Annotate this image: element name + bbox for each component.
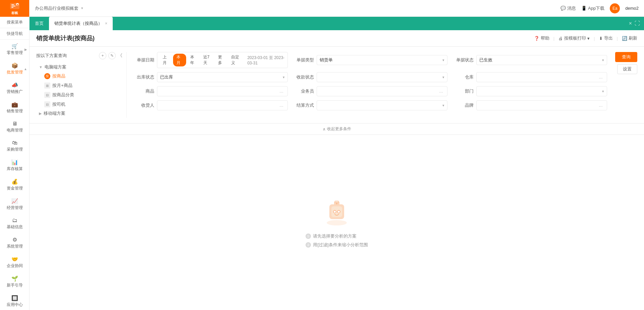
- sidebar-item-operation[interactable]: 📈 经营管理: [0, 195, 29, 214]
- tabbar-actions: × ⛶: [629, 20, 644, 27]
- sidebar-item-wholesale[interactable]: 📦 批发管理 ▲: [0, 59, 29, 79]
- tab-close-btn[interactable]: ×: [105, 21, 107, 26]
- doc-status-arrow: ▾: [602, 58, 604, 62]
- recipient-more[interactable]: …: [278, 103, 285, 108]
- set-btn[interactable]: 设置: [617, 64, 637, 74]
- scheme-by-category[interactable]: ⊟ 按商品分类: [42, 90, 122, 100]
- sidebar-quicknav-btn[interactable]: 快捷导航: [0, 28, 29, 40]
- filter-fields-panel: 单据日期 上月 本月 本年 近7天 更多 自定义: [127, 52, 637, 118]
- warehouse-more[interactable]: …: [597, 75, 604, 80]
- out-status-label: 出库状态: [133, 74, 157, 80]
- user-name[interactable]: demo2: [625, 6, 639, 11]
- workspace-dropdown[interactable]: ▾: [81, 6, 83, 10]
- sidebar-item-enterprise[interactable]: 🤝 企业协同: [0, 253, 29, 272]
- dept-dropdown[interactable]: ▾: [479, 89, 604, 94]
- sidebar-search-btn[interactable]: 搜索菜单: [0, 17, 29, 28]
- export-btn[interactable]: ⬇ 导出: [599, 35, 613, 41]
- add-scheme-btn[interactable]: +: [99, 52, 106, 59]
- collapse-filter-btn[interactable]: ∧ 收起更多条件: [30, 123, 644, 135]
- warehouse-value[interactable]: …: [476, 72, 607, 82]
- settlement-dropdown[interactable]: ▾: [320, 103, 444, 108]
- svg-point-6: [327, 220, 347, 225]
- warehouse-dropdown[interactable]: …: [479, 75, 604, 80]
- date-value[interactable]: 上月 本月 本年 近7天 更多 自定义 2023-03-01 至 2023-03…: [157, 52, 288, 68]
- sidebar-item-ecommerce[interactable]: 🖥 电商管理: [0, 117, 29, 137]
- salesperson-value[interactable]: …: [317, 86, 447, 96]
- sidebar-item-purchase[interactable]: 🛍 采购管理: [0, 137, 29, 156]
- doc-type-value[interactable]: 销货单 ▾: [317, 55, 447, 65]
- sidebar-item-retail[interactable]: 🛒 零售管理 ▶: [0, 40, 29, 59]
- tab-close-all-btn[interactable]: ×: [629, 20, 632, 27]
- print-btn[interactable]: 🖨 按模板打印 ▾: [558, 35, 590, 41]
- mobile-section-tree[interactable]: ▶ 移动端方案: [36, 109, 122, 118]
- sidebar-search-label: 搜索菜单: [7, 20, 23, 24]
- scheme-by-month-product[interactable]: ⊞ 按月+商品: [42, 81, 122, 90]
- date-last-month[interactable]: 上月: [160, 54, 172, 66]
- wholesale-arrow: ▲: [24, 67, 27, 71]
- doc-status-dropdown[interactable]: 已生效 ▾: [479, 57, 604, 63]
- pc-section-arrow: ▼: [39, 65, 43, 69]
- out-status-dropdown[interactable]: 已出库 ▾: [160, 74, 285, 80]
- scheme-by-product[interactable]: 按 按商品: [42, 71, 122, 81]
- out-status-arrow: ▾: [283, 75, 285, 80]
- scheme-by-cashier[interactable]: ⊟ 按司机: [42, 100, 122, 109]
- payment-status-value[interactable]: ▾: [317, 72, 447, 82]
- topbar: 办公用品行业模拟账套 ▾ 💬 消息 📱 App下载 Ea demo2: [30, 0, 644, 17]
- sidebar-item-inventory[interactable]: 📊 库存核算: [0, 156, 29, 175]
- refresh-label: 刷新: [629, 35, 637, 41]
- product-more[interactable]: …: [278, 89, 285, 94]
- payment-status-dropdown[interactable]: ▾: [320, 75, 444, 80]
- app-download-btn[interactable]: 📱 App下载: [581, 5, 604, 11]
- user-avatar[interactable]: Ea: [610, 3, 620, 13]
- sidebar-item-marketing[interactable]: 📣 营销推广: [0, 79, 29, 98]
- recipient-dropdown[interactable]: …: [160, 103, 285, 108]
- svg-rect-2: [11, 6, 15, 6]
- brand-more[interactable]: …: [597, 103, 604, 108]
- brand-dropdown[interactable]: …: [479, 103, 604, 108]
- sidebar-item-basic[interactable]: 🗂 基础信息: [0, 214, 29, 233]
- pc-section-tree[interactable]: ▼ 电脑端方案: [36, 63, 122, 71]
- purchase-icon: 🛍: [12, 140, 17, 146]
- sidebar-item-newbie[interactable]: 🌱 新手引导: [0, 272, 29, 292]
- inventory-icon: 📊: [11, 159, 18, 165]
- edit-scheme-btn[interactable]: ✎: [108, 52, 116, 59]
- message-icon: 💬: [560, 6, 566, 11]
- sidebar-item-finance[interactable]: 💰 资金管理: [0, 175, 29, 195]
- by-product-icon: 按: [44, 73, 50, 79]
- app-download-label: App下载: [588, 5, 604, 11]
- out-status-value[interactable]: 已出库 ▾: [157, 72, 288, 82]
- tab-expand-btn[interactable]: ⛶: [635, 20, 640, 27]
- product-dropdown[interactable]: …: [160, 89, 285, 94]
- filter-row-1: 单据日期 上月 本月 本年 近7天 更多 自定义: [133, 52, 607, 68]
- doc-status-value[interactable]: 已生效 ▾: [476, 55, 607, 65]
- dept-value[interactable]: ▾: [476, 86, 607, 96]
- query-btn[interactable]: 查询: [615, 52, 637, 62]
- message-btn[interactable]: 💬 消息: [560, 5, 576, 11]
- date-more[interactable]: 更多: [215, 54, 227, 66]
- tab-sales-stat[interactable]: 销货单统计表（按商品） ×: [49, 17, 113, 30]
- recipient-value[interactable]: …: [157, 100, 288, 110]
- salesperson-dropdown[interactable]: …: [320, 89, 444, 94]
- help-btn[interactable]: ❓ 帮助: [534, 35, 549, 41]
- salesperson-more[interactable]: …: [438, 89, 444, 94]
- sidebar-item-appstore[interactable]: 🔲 应用中心: [0, 292, 29, 310]
- collapse-scheme-btn[interactable]: 《: [118, 53, 122, 59]
- settlement-value[interactable]: ▾: [317, 100, 447, 110]
- doc-status-label: 单据状态: [453, 57, 476, 63]
- doc-type-dropdown[interactable]: 销货单 ▾: [320, 57, 444, 63]
- product-value[interactable]: …: [157, 86, 288, 96]
- retail-arrow: ▶: [24, 48, 27, 51]
- date-custom[interactable]: 自定义: [228, 54, 243, 66]
- warehouse-label: 仓库: [453, 74, 476, 80]
- date-this-month[interactable]: 本月: [173, 54, 186, 66]
- tab-home[interactable]: 首页: [30, 17, 49, 30]
- sidebar-item-sales[interactable]: 💼 销售管理: [0, 98, 29, 117]
- refresh-btn[interactable]: 🔄 刷新: [622, 35, 637, 41]
- logo-icon: 畅: [9, 2, 20, 10]
- date-this-year[interactable]: 本年: [187, 54, 199, 66]
- date-7days[interactable]: 近7天: [201, 54, 214, 66]
- page-title: 销货单统计表(按商品): [36, 34, 95, 46]
- brand-value[interactable]: …: [476, 100, 607, 110]
- field-warehouse: 仓库 …: [453, 72, 607, 82]
- sidebar-item-system[interactable]: ⚙ 系统管理: [0, 233, 29, 253]
